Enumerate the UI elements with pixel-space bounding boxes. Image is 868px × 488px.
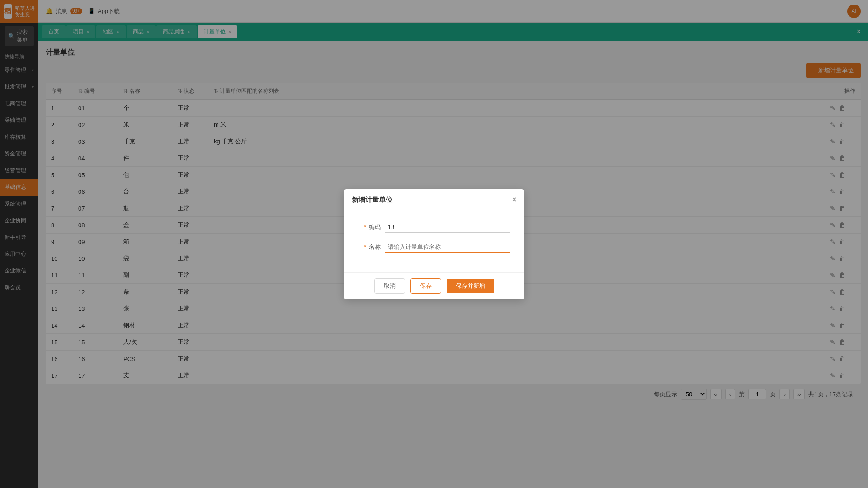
cancel-button[interactable]: 取消 — [374, 278, 405, 294]
modal-footer: 取消 保存 保存并新增 — [344, 272, 524, 299]
code-input[interactable] — [385, 222, 510, 233]
modal-overlay: 新增计量单位 × * 编码 * 名称 取消 保存 保存并新增 — [0, 0, 868, 488]
modal-close-button[interactable]: × — [512, 196, 516, 204]
modal-title: 新增计量单位 — [352, 196, 392, 204]
form-row-code: * 编码 — [358, 222, 510, 233]
required-mark: * — [364, 224, 366, 230]
modal-header: 新增计量单位 × — [344, 189, 524, 211]
code-label: * 编码 — [358, 223, 385, 231]
name-label: * 名称 — [358, 243, 385, 251]
form-row-name: * 名称 — [358, 242, 510, 253]
modal-body: * 编码 * 名称 — [344, 211, 524, 272]
add-unit-modal: 新增计量单位 × * 编码 * 名称 取消 保存 保存并新增 — [344, 189, 524, 299]
name-input[interactable] — [385, 242, 510, 253]
save-button[interactable]: 保存 — [410, 278, 441, 294]
save-and-add-button[interactable]: 保存并新增 — [447, 279, 494, 293]
required-mark-name: * — [364, 244, 366, 250]
